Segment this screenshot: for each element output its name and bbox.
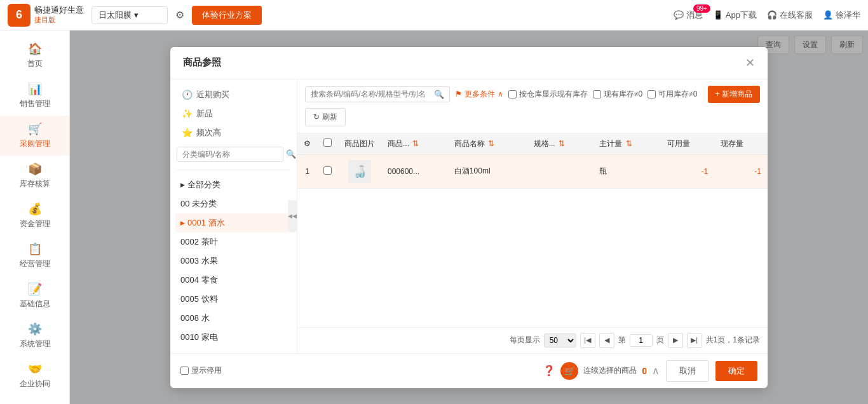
- sidebar-item-collab[interactable]: 🤝 企业协同: [0, 356, 69, 396]
- sidebar-label-finance: 资金管理: [20, 219, 50, 229]
- cancel-button[interactable]: 取消: [666, 360, 709, 382]
- collapse-arrow-icon: ◀◀: [288, 213, 297, 219]
- cat-item-00[interactable]: 00 未分类: [175, 194, 295, 213]
- page-label-2: 页: [656, 335, 664, 346]
- checkbox-nonzero-stock-input[interactable]: [593, 90, 601, 98]
- category-search-icon[interactable]: 🔍: [286, 149, 296, 159]
- prev-page-button[interactable]: ◀: [599, 333, 614, 348]
- cat-item-0003[interactable]: 0003 水果: [175, 252, 295, 271]
- page-label: 第: [618, 335, 626, 346]
- col-name[interactable]: 商品名称 ⇅: [448, 133, 527, 155]
- row-stock: -1: [714, 154, 768, 188]
- main-content: 查询 设置 刷新 商品参照 ✕: [70, 30, 868, 404]
- cat-item-0008[interactable]: 0008 水: [175, 309, 295, 328]
- filter-button[interactable]: ⚑ 更多条件 ∧: [455, 89, 503, 100]
- sidebar-label-system: 系统管理: [20, 339, 50, 349]
- sidebar-item-system[interactable]: ⚙️ 系统管理: [0, 316, 69, 356]
- sidebar-label-basic: 基础信息: [20, 299, 50, 309]
- settings-icon[interactable]: ⚙: [175, 9, 184, 21]
- sidebar-item-guide[interactable]: 📖 新手引导: [0, 396, 69, 404]
- show-disabled-checkbox[interactable]: 显示停用: [180, 365, 222, 376]
- modal-close-button[interactable]: ✕: [745, 56, 755, 70]
- table-row[interactable]: 1 🍶: [297, 154, 768, 188]
- sidebar-item-business[interactable]: 📋 经营管理: [0, 236, 69, 276]
- row-checkbox[interactable]: [323, 166, 332, 175]
- cat-label-0004: 0004 零食: [180, 274, 218, 286]
- confirm-button[interactable]: 确定: [715, 361, 757, 381]
- sidebar-item-purchase[interactable]: 🛒 采购管理: [0, 116, 69, 156]
- sales-icon: 📊: [28, 82, 42, 96]
- sidebar-item-basic[interactable]: 📝 基础信息: [0, 276, 69, 316]
- cart-button[interactable]: 🛒: [560, 362, 578, 380]
- category-tree: ▶ 全部分类 00 未分类 ▶ 0001 酒水 0002 茶: [170, 175, 297, 347]
- logo-icon: 6: [8, 4, 31, 27]
- star-icon: ⭐: [182, 128, 193, 138]
- checkbox-warehouse[interactable]: 按仓库显示现有库存: [508, 89, 588, 100]
- category-search-input[interactable]: [177, 147, 283, 162]
- online-service-button[interactable]: 🎧 在线客服: [767, 10, 813, 21]
- help-icon[interactable]: ❓: [543, 365, 555, 377]
- col-unit[interactable]: 主计量 ⇅: [593, 133, 661, 155]
- user-avatar-button[interactable]: 👤 徐泽华: [823, 10, 860, 21]
- cat-item-0002[interactable]: 0002 茶叶: [175, 232, 295, 252]
- col-available-label: 可用量: [667, 139, 690, 148]
- next-page-button[interactable]: ▶: [668, 333, 683, 348]
- cat-item-all[interactable]: ▶ 全部分类: [175, 175, 295, 194]
- quick-item-recent[interactable]: 🕐 近期购买: [177, 86, 290, 104]
- checkbox-nonzero-available-input[interactable]: [648, 90, 656, 98]
- cat-item-0001[interactable]: ▶ 0001 酒水: [175, 213, 295, 232]
- sidebar-item-finance[interactable]: 💰 资金管理: [0, 196, 69, 236]
- quick-item-frequent[interactable]: ⭐ 频次高: [177, 124, 290, 142]
- checkbox-warehouse-input[interactable]: [508, 90, 517, 98]
- trial-button[interactable]: 体验行业方案: [192, 6, 262, 25]
- first-page-button[interactable]: |◀: [580, 333, 595, 348]
- sidebar-item-home[interactable]: 🏠 首页: [0, 36, 69, 76]
- row-image-cell: 🍶: [338, 154, 381, 188]
- cat-item-0004[interactable]: 0004 零食: [175, 271, 295, 290]
- quick-label-new: 新品: [196, 108, 213, 119]
- store-selector[interactable]: 日太阳膜 ▾: [92, 6, 168, 24]
- show-disabled-input[interactable]: [180, 367, 189, 375]
- page-input[interactable]: [630, 334, 653, 347]
- basic-icon: 📝: [28, 282, 42, 296]
- cat-arrow-all: ▶: [180, 182, 185, 188]
- sidebar-item-inventory[interactable]: 📦 库存核算: [0, 156, 69, 196]
- table-settings-icon[interactable]: ⚙: [304, 139, 311, 148]
- product-search-input[interactable]: [311, 90, 431, 98]
- cat-item-0010[interactable]: 0010 家电: [175, 328, 295, 347]
- panel-collapse-button[interactable]: ◀◀: [288, 200, 297, 232]
- row-unit: 瓶: [593, 154, 661, 188]
- page-size-label: 每页显示: [510, 335, 540, 346]
- messages-button[interactable]: 💬 消息 99+: [674, 10, 703, 21]
- sidebar-label-business: 经营管理: [20, 259, 50, 269]
- checkbox-nonzero-available[interactable]: 可用库存≠0: [648, 89, 697, 100]
- cat-label-0002: 0002 茶叶: [180, 236, 218, 248]
- logo-area: 6 畅捷通好生意 捷目版: [8, 4, 84, 27]
- select-all-checkbox[interactable]: [323, 138, 332, 147]
- navbar: 6 畅捷通好生意 捷目版 日太阳膜 ▾ ⚙ 体验行业方案 💬 消息 99+ 📱 …: [0, 0, 868, 30]
- panel-divider: [177, 170, 290, 170]
- modal-header: 商品参照 ✕: [170, 47, 768, 79]
- add-product-button[interactable]: + 新增商品: [708, 86, 760, 103]
- modal-overlay: 商品参照 ✕ 🕐 近期购买 ✨: [70, 30, 868, 404]
- search-icon[interactable]: 🔍: [434, 90, 444, 99]
- message-icon: 💬: [674, 10, 684, 20]
- last-page-button[interactable]: ▶|: [687, 333, 702, 348]
- cat-item-0005[interactable]: 0005 饮料: [175, 290, 295, 309]
- quick-access: 🕐 近期购买 ✨ 新品 ⭐ 频次高: [170, 86, 297, 142]
- sidebar-item-sales[interactable]: 📊 销售管理: [0, 76, 69, 116]
- page-size-select[interactable]: 50 100 200: [544, 333, 576, 347]
- cart-icon: 🛒: [564, 366, 575, 376]
- pagination: 每页显示 50 100 200 |◀ ◀ 第 页 ▶: [297, 327, 768, 353]
- checkbox-nonzero-stock[interactable]: 现有库存≠0: [593, 89, 642, 100]
- app-download-button[interactable]: 📱 App下载: [713, 10, 757, 21]
- inventory-icon: 📦: [28, 162, 42, 176]
- quick-item-new[interactable]: ✨ 新品: [177, 105, 290, 123]
- logo-sub: 捷目版: [34, 15, 84, 25]
- collapse-cart-icon[interactable]: ∧: [652, 365, 660, 377]
- cat-label-0005: 0005 饮料: [180, 293, 218, 305]
- col-spec[interactable]: 规格... ⇅: [527, 133, 593, 155]
- refresh-button[interactable]: ↻ 刷新: [305, 108, 346, 126]
- sidebar-label-home: 首页: [27, 58, 43, 69]
- col-code[interactable]: 商品... ⇅: [381, 133, 448, 155]
